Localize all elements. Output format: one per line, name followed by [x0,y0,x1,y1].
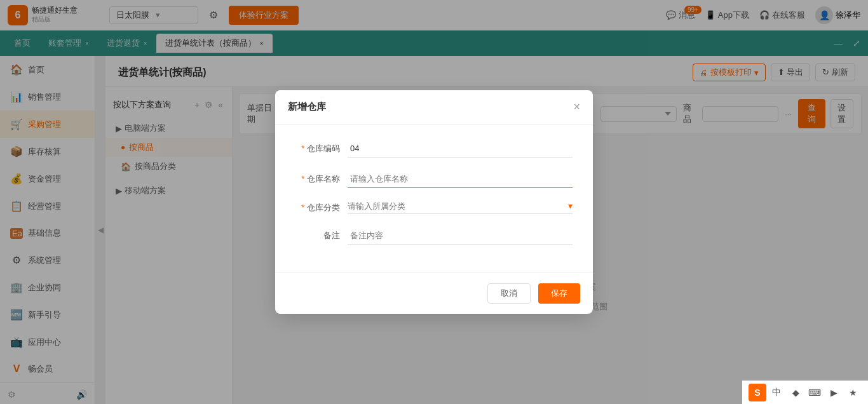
save-button[interactable]: 保存 [538,283,580,304]
category-dropdown-icon[interactable]: ▾ [568,201,573,211]
name-label: 仓库名称 [295,173,340,185]
form-row-code: 仓库编码 [295,140,573,158]
bottom-icon-zh[interactable]: 中 [768,384,785,401]
bottom-icon-keyboard[interactable]: ⌨ [806,384,824,401]
new-warehouse-modal: 新增仓库 × 仓库编码 仓库名称 仓库分类 ▾ [275,90,593,314]
form-row-category: 仓库分类 ▾ [295,201,573,214]
name-input[interactable] [348,170,573,188]
cancel-button[interactable]: 取消 [487,283,531,304]
category-label: 仓库分类 [295,202,340,213]
code-input[interactable] [348,140,573,158]
code-label: 仓库编码 [295,143,340,154]
bottom-icon-play[interactable]: ▶ [825,384,843,401]
modal-body: 仓库编码 仓库名称 仓库分类 ▾ 备注 [275,125,593,273]
modal-footer: 取消 保存 [275,273,593,314]
modal-header: 新增仓库 × [275,90,593,125]
remark-label: 备注 [295,230,340,241]
bottom-icon-diamond[interactable]: ◆ [787,384,804,401]
bottom-bar: S 中 ◆ ⌨ ▶ ★ [742,380,868,404]
category-select-row: ▾ [348,201,573,214]
form-row-remark: 备注 [295,227,573,245]
modal-overlay[interactable]: 新增仓库 × 仓库编码 仓库名称 仓库分类 ▾ [0,0,868,404]
category-input[interactable] [348,201,568,211]
remark-input[interactable] [348,227,573,245]
modal-close-button[interactable]: × [573,100,580,114]
bottom-icon-star[interactable]: ★ [844,384,862,401]
bottom-icon-s[interactable]: S [749,384,766,401]
form-row-name: 仓库名称 [295,170,573,188]
modal-title: 新增仓库 [288,101,326,113]
